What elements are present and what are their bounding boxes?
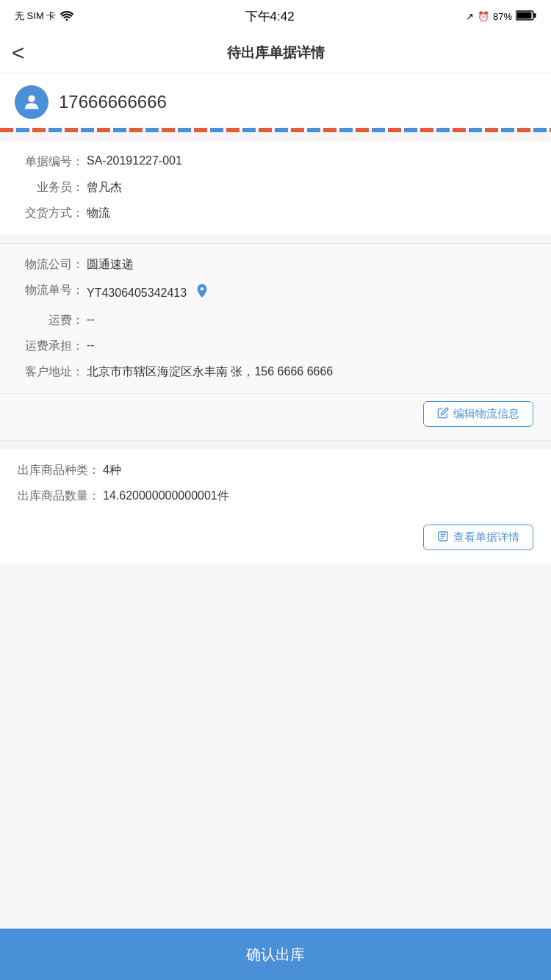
- goods-type-row: 出库商品种类： 4种: [18, 463, 533, 478]
- freight-bear-row: 运费承担： --: [18, 339, 533, 354]
- delivery-row: 交货方式： 物流: [18, 206, 533, 221]
- battery-text: 87%: [493, 11, 512, 22]
- wifi-icon: [60, 10, 73, 23]
- logistics-company-value: 圆通速递: [84, 257, 533, 273]
- freight-value: --: [84, 313, 533, 326]
- location-icon[interactable]: [194, 283, 210, 303]
- order-info-section: 单据编号： SA-20191227-001 业务员： 曾凡杰 交货方式： 物流: [0, 141, 551, 234]
- status-time: 下午4:42: [245, 8, 295, 25]
- svg-point-3: [28, 96, 35, 102]
- alarm-status-icon: ⏰: [478, 11, 489, 22]
- doc-no-label: 单据编号：: [18, 154, 84, 170]
- status-right: ↗ ⏰ 87%: [466, 10, 536, 23]
- confirm-button-label: 确认出库: [246, 945, 305, 965]
- tracking-label: 物流单号：: [18, 283, 84, 298]
- logistics-company-row: 物流公司： 圆通速递: [18, 257, 533, 273]
- edit-logistics-button[interactable]: 编辑物流信息: [423, 401, 533, 427]
- salesperson-row: 业务员： 曾凡杰: [18, 180, 533, 195]
- confirm-bar[interactable]: 确认出库: [0, 929, 551, 980]
- status-bar: 无 SIM 卡 下午4:42 ↗ ⏰ 87%: [0, 0, 551, 32]
- nav-bar: < 待出库单据详情: [0, 32, 551, 73]
- header-section: 17666666666: [0, 73, 551, 128]
- address-row: 客户地址： 北京市市辖区海淀区永丰南 张，156 6666 6666: [18, 364, 533, 380]
- status-left: 无 SIM 卡: [15, 10, 73, 23]
- back-button[interactable]: <: [12, 40, 25, 65]
- goods-section: 出库商品种类： 4种 出库商品数量： 14.620000000000001件: [0, 450, 551, 517]
- battery-icon: [516, 10, 536, 23]
- tracking-row: 物流单号： YT4306405342413: [18, 283, 533, 303]
- salesperson-value: 曾凡杰: [84, 180, 533, 195]
- page-title: 待出库单据详情: [227, 43, 325, 62]
- goods-qty-value: 14.620000000000001件: [100, 489, 533, 504]
- dashed-divider: [0, 128, 551, 132]
- goods-qty-label: 出库商品数量：: [18, 489, 100, 504]
- view-detail-label: 查看单据详情: [453, 530, 519, 544]
- goods-type-value: 4种: [100, 463, 533, 478]
- goods-type-label: 出库商品种类：: [18, 463, 100, 478]
- edit-logistics-icon: [437, 407, 449, 421]
- address-label: 客户地址：: [18, 364, 84, 380]
- view-detail-button[interactable]: 查看单据详情: [423, 525, 533, 550]
- address-value: 北京市市辖区海淀区永丰南 张，156 6666 6666: [84, 364, 533, 380]
- freight-row: 运费： --: [18, 313, 533, 328]
- salesperson-label: 业务员：: [18, 180, 84, 195]
- tracking-number: YT4306405342413: [87, 287, 187, 300]
- freight-label: 运费：: [18, 313, 84, 328]
- edit-logistics-label: 编辑物流信息: [453, 407, 519, 421]
- doc-no-value: SA-20191227-001: [84, 154, 533, 167]
- logistics-company-label: 物流公司：: [18, 257, 84, 273]
- svg-rect-2: [517, 12, 532, 18]
- edit-btn-row: 编辑物流信息: [0, 394, 551, 441]
- avatar: [15, 85, 48, 119]
- carrier-text: 无 SIM 卡: [15, 10, 56, 23]
- page-content: 17666666666 单据编号： SA-20191227-001 业务员： 曾…: [0, 73, 551, 622]
- detail-btn-row: 查看单据详情: [0, 517, 551, 563]
- view-detail-icon: [437, 530, 449, 544]
- freight-bear-label: 运费承担：: [18, 339, 84, 354]
- tracking-value-container: YT4306405342413: [84, 283, 533, 303]
- logistics-section: 物流公司： 圆通速递 物流单号： YT4306405342413 运费： -- …: [0, 243, 551, 394]
- freight-bear-value: --: [84, 339, 533, 352]
- location-status-icon: ↗: [466, 11, 474, 22]
- goods-qty-row: 出库商品数量： 14.620000000000001件: [18, 489, 533, 504]
- phone-number: 17666666666: [59, 92, 167, 112]
- delivery-label: 交货方式：: [18, 206, 84, 221]
- svg-rect-1: [534, 13, 536, 18]
- doc-no-row: 单据编号： SA-20191227-001: [18, 154, 533, 170]
- delivery-value: 物流: [84, 206, 533, 221]
